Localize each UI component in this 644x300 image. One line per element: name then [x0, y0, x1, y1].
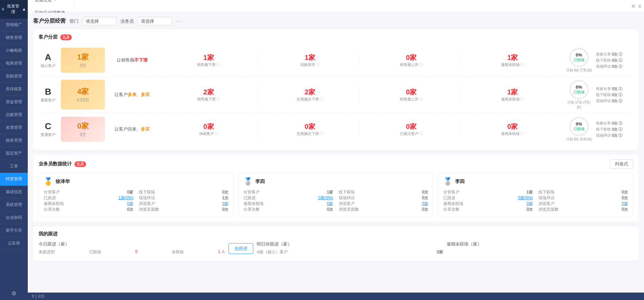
stat-cell-2[interactable]: 0家 销售额上升 ⓘ — [362, 51, 461, 69]
staff-stat-row: 分管客户 0家 — [44, 189, 133, 195]
info-icon[interactable]: ⓘ — [520, 97, 524, 102]
info-icon[interactable]: ⓘ — [320, 131, 323, 136]
staff-stat-row: 现场拜访 0次 — [339, 195, 428, 201]
tabs-collapse-icon[interactable]: ✕ — [631, 3, 636, 9]
staff-stat-val[interactable]: 0家 — [622, 201, 628, 207]
stat-cell-2[interactable]: 0家 销售额上升 ⓘ — [362, 86, 461, 104]
staff-stat-label: 浏览页面数 — [339, 207, 359, 212]
dept-select[interactable]: 请选择 — [83, 17, 116, 25]
sidebar-item-经营管理[interactable]: 经营管理 — [0, 173, 28, 186]
stat-cell-1[interactable]: 0家 交易频次下滑 ⓘ — [260, 120, 360, 138]
sidebar-item-资金管理[interactable]: 资金管理 — [0, 96, 28, 109]
filter-more-icon[interactable]: ··· — [176, 18, 183, 25]
stat-cell-3[interactable]: 1家 逾期未联络 ⓘ — [463, 86, 562, 104]
tier-right-stat-row: 现场拜访 0次 ⓘ — [596, 64, 633, 69]
sidebar-item-采购管理[interactable]: 采购管理 — [0, 70, 28, 83]
staff-select[interactable]: 请选择 — [138, 17, 172, 25]
staff-stat-val: 0次 — [622, 207, 628, 212]
go-follow-button[interactable]: 去跟进 — [229, 243, 253, 254]
tier-right-stat-row: 现场拜访 0次 ⓘ — [596, 98, 633, 103]
stat-num: 2家 — [203, 88, 214, 97]
tab-close-icon[interactable]: × — [54, 0, 56, 2]
tier-label-C: C 普通客户 — [39, 117, 58, 142]
staff-stat-val[interactable]: 0家(0%) — [518, 195, 533, 201]
tier-action: 让客户多来、多买 — [108, 80, 156, 110]
stat-label: 逾期未联络 ⓘ — [501, 131, 524, 136]
today-row-type: 未跟进型 — [39, 249, 55, 255]
sidebar-item-系统管理[interactable]: 系统管理 — [0, 199, 28, 211]
info-icon[interactable]: ⓘ — [316, 62, 320, 67]
sidebar-item-基础信息[interactable]: 基础信息 — [0, 186, 28, 199]
staff-grid: 🥇 徐泽华 分管客户 0家 已跟进 1家(0%) 逾期未联络 0家 分享次数 0… — [39, 173, 633, 217]
stat-cell-3[interactable]: 0家 逾期未联络 ⓘ — [463, 120, 562, 138]
stat-num: 2家 — [305, 88, 315, 97]
staff-stat-label: 现场拜访 — [538, 195, 555, 201]
stat-cell-3[interactable]: 1家 逾期未联络 ⓘ — [463, 51, 562, 69]
sidebar-item-发票管理[interactable]: 发票管理 — [0, 121, 28, 134]
staff-stat-row: 线下联络 0次 — [139, 189, 229, 195]
sidebar-item-库存核算[interactable]: 库存核算 — [0, 83, 28, 96]
sidebar-item-云应用[interactable]: 云应用 — [0, 237, 28, 250]
sidebar-header[interactable]: ≡ 批发管理 ▲ — [0, 0, 28, 19]
staff-stat-val[interactable]: 0家 — [327, 201, 333, 207]
staff-stat-val[interactable]: 0家 — [127, 201, 133, 207]
tab-应收应付调整单[interactable]: 应收应付调整单× — [30, 6, 74, 13]
follow-section-title: 我的跟进 — [39, 231, 633, 237]
info-icon[interactable]: ⓘ — [419, 97, 423, 102]
tier-amount: 0.53万 — [77, 97, 89, 103]
list-view-button[interactable]: 列表式 — [610, 159, 633, 169]
stat-num: 1家 — [203, 53, 214, 62]
sidebar-item-电商管理[interactable]: 电商管理 — [0, 57, 28, 70]
staff-stat-val[interactable]: 0家(0%) — [318, 195, 333, 201]
stat-cell-0[interactable]: 1家 销售额下滑 ⓘ — [159, 51, 258, 69]
tabs-menu-icon[interactable]: ≡ — [638, 3, 641, 9]
today-followup-title: 今日跟进（家） — [39, 241, 225, 247]
sidebar-item-税务管理[interactable]: 税务管理 — [0, 134, 28, 147]
tier-count-num: 1家 — [77, 52, 89, 62]
sidebar-item-销售管理[interactable]: 销售管理 — [0, 31, 28, 44]
tier-stats: 2家 销售额下滑 ⓘ 2家 交易频次下滑 ⓘ 0家 销售额上升 ⓘ 1家 逾期未… — [159, 80, 562, 110]
sidebar-item-工资[interactable]: 工资 — [0, 160, 28, 173]
info-icon[interactable]: ⓘ — [216, 97, 220, 102]
stat-cell-2[interactable]: 0家 已激活客户 ⓘ — [362, 120, 461, 138]
staff-stat-val[interactable]: 0家 — [222, 201, 229, 207]
tier-row-A: A 核心客户 1家 0万 让销售额不下滑 1家 销售额下滑 ⓘ 1家 回购异常 … — [39, 44, 633, 76]
staff-stat-val: 0次 — [422, 207, 428, 212]
staff-stat-label: 已跟进 — [443, 195, 455, 201]
staff-medal-icon: 🥇 — [44, 177, 53, 186]
sidebar-item-新手引导[interactable]: 新手引导 — [0, 224, 28, 237]
sidebar: ≡ 批发管理 ▲ 营销推广销售管理小畅电商电商管理采购管理库存核算资金管理总账管… — [0, 0, 28, 300]
info-icon[interactable]: ⓘ — [216, 62, 220, 67]
stat-cell-1[interactable]: 1家 回购异常 ⓘ — [260, 51, 360, 69]
sidebar-item-总账管理[interactable]: 总账管理 — [0, 109, 28, 121]
staff-stat-val[interactable]: 0家 — [527, 201, 533, 207]
info-icon[interactable]: ⓘ — [419, 131, 423, 136]
sidebar-item-企业协同[interactable]: 企业协同 — [0, 211, 28, 224]
stat-label: 逾期未联络 ⓘ — [501, 62, 524, 67]
tabs-actions: ✕ ≡ — [631, 3, 641, 9]
sidebar-item-固定资产[interactable]: 固定资产 — [0, 147, 28, 160]
tab-生成凭证[interactable]: 生成凭证× — [30, 0, 74, 6]
staff-card-1: 🥈 李四 分管客户 1家 已跟进 0家(0%) 逾期未联络 0家 分享次数 0次… — [238, 173, 433, 217]
stat-num: 1家 — [507, 88, 518, 97]
stat-label: 销售额下滑 ⓘ — [197, 97, 220, 102]
stat-cell-0[interactable]: 0家 休眠客户 ⓘ — [159, 120, 258, 138]
staff-stat-val[interactable]: 0家 — [422, 201, 428, 207]
info-icon[interactable]: ⓘ — [320, 97, 323, 102]
stat-label: 销售额上升 ⓘ — [400, 97, 423, 102]
stat-cell-1[interactable]: 2家 交易频次下滑 ⓘ — [260, 86, 360, 104]
sidebar-settings[interactable]: ⚙ — [0, 287, 28, 300]
staff-stat-val: 1家 — [327, 189, 333, 195]
info-icon[interactable]: ⓘ — [419, 62, 423, 67]
tier-rows: A 核心客户 1家 0万 让销售额不下滑 1家 销售额下滑 ⓘ 1家 回购异常 … — [39, 44, 633, 145]
stat-cell-0[interactable]: 2家 销售额下滑 ⓘ — [159, 86, 258, 104]
stat-num: 0家 — [406, 53, 416, 62]
sidebar-item-小畅电商[interactable]: 小畅电商 — [0, 44, 28, 57]
staff-stat-val[interactable]: 1家(0%) — [119, 195, 133, 201]
info-icon[interactable]: ⓘ — [215, 131, 218, 136]
circle-plan: 计划 4次 (7天/次) — [566, 68, 592, 73]
info-icon[interactable]: ⓘ — [520, 131, 524, 136]
today-row-1: 未跟进型 已联络 0 未联络 1 ⚠ — [39, 249, 225, 255]
sidebar-item-营销推广[interactable]: 营销推广 — [0, 19, 28, 31]
info-icon[interactable]: ⓘ — [520, 62, 524, 67]
